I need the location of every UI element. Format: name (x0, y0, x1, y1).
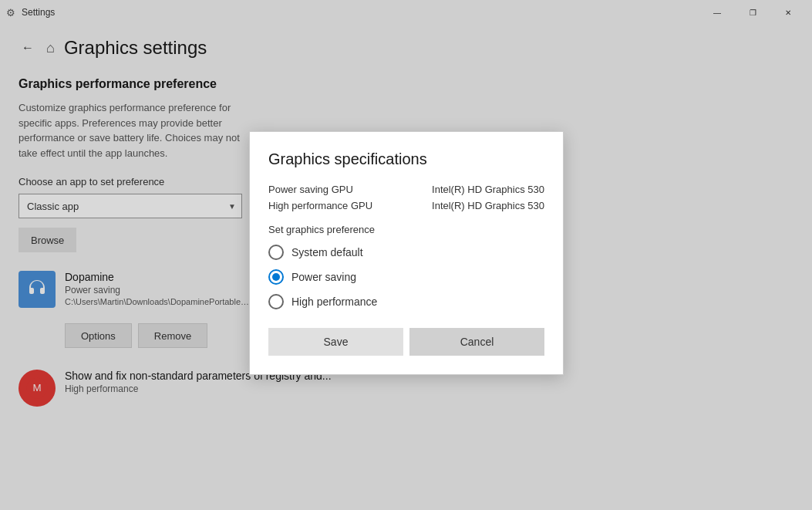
radio-power-saving[interactable]: Power saving (268, 269, 544, 285)
graphics-specifications-dialog: Graphics specifications Power saving GPU… (249, 131, 564, 375)
power-saving-gpu-row: Power saving GPU Intel(R) HD Graphics 53… (268, 184, 544, 195)
graphics-preference-radio-group: System default Power saving High perform… (268, 245, 544, 309)
high-performance-gpu-value: Intel(R) HD Graphics 530 (432, 200, 544, 211)
radio-system-default[interactable]: System default (268, 245, 544, 260)
power-saving-gpu-value: Intel(R) HD Graphics 530 (432, 184, 544, 195)
save-button[interactable]: Save (268, 328, 403, 356)
radio-circle-high-performance (268, 294, 284, 309)
dialog-title: Graphics specifications (268, 150, 544, 168)
radio-circle-power-saving (268, 269, 284, 285)
radio-circle-system-default (268, 245, 284, 260)
power-saving-gpu-label: Power saving GPU (268, 184, 353, 195)
cancel-button[interactable]: Cancel (409, 328, 544, 356)
radio-label-system-default: System default (291, 246, 363, 258)
radio-label-high-performance: High performance (291, 296, 377, 308)
radio-label-power-saving: Power saving (291, 271, 356, 283)
high-performance-gpu-row: High performance GPU Intel(R) HD Graphic… (268, 200, 544, 211)
radio-high-performance[interactable]: High performance (268, 294, 544, 309)
high-performance-gpu-label: High performance GPU (268, 200, 372, 211)
gpu-info: Power saving GPU Intel(R) HD Graphics 53… (268, 184, 544, 211)
dialog-buttons: Save Cancel (268, 328, 544, 356)
set-graphics-preference-label: Set graphics preference (268, 224, 544, 235)
